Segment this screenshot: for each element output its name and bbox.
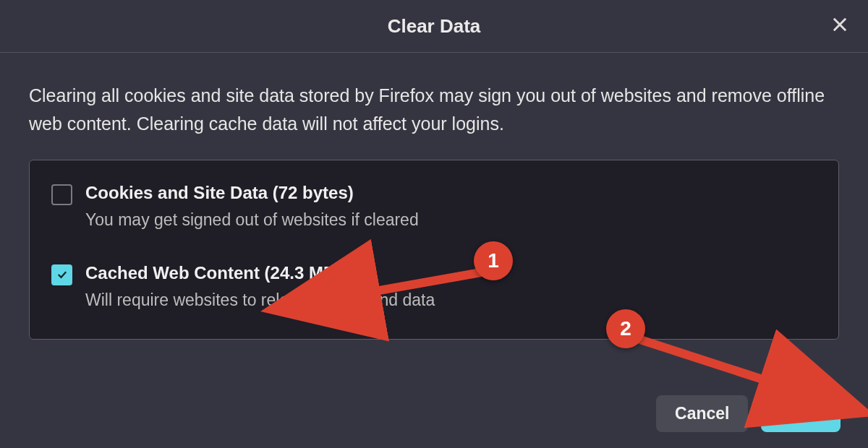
cache-checkbox[interactable] [51,264,72,285]
dialog-description: Clearing all cookies and site data store… [29,82,839,138]
clear-button[interactable]: Clear [761,395,841,432]
cookies-checkbox[interactable] [51,184,72,205]
cache-subtitle: Will require websites to reload images a… [85,290,435,310]
cache-title: Cached Web Content (24.3 MB) [85,263,435,283]
cookies-title: Cookies and Site Data (72 bytes) [85,183,419,203]
options-panel: Cookies and Site Data (72 bytes) You may… [29,160,839,340]
close-icon [830,14,850,35]
dialog-title: Clear Data [388,15,481,38]
dialog-titlebar: Clear Data [0,0,868,53]
option-cache: Cached Web Content (24.3 MB) Will requir… [51,259,817,317]
cookies-subtitle: You may get signed out of websites if cl… [85,210,419,230]
close-button[interactable] [830,14,850,38]
clear-data-dialog: Clear Data Clearing all cookies and site… [0,0,868,448]
dialog-footer: Cancel Clear [656,395,841,432]
svg-line-1 [640,340,785,387]
dialog-body: Clearing all cookies and site data store… [0,53,868,340]
option-cookies: Cookies and Site Data (72 bytes) You may… [51,178,817,237]
cancel-button[interactable]: Cancel [656,395,748,432]
